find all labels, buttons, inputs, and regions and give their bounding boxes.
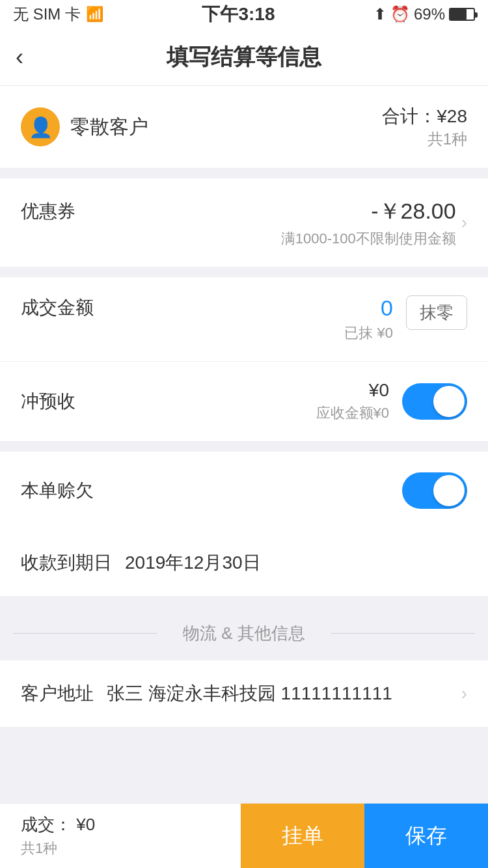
customer-row: 👤 零散客户 合计：¥28 共1种 <box>0 86 488 168</box>
bottom-deal-label: 成交： <box>21 815 72 834</box>
customer-name: 零散客户 <box>70 114 148 141</box>
nav-bar: ‹ 填写结算等信息 <box>0 29 488 86</box>
customer-left: 👤 零散客户 <box>21 107 148 146</box>
alarm-icon: ⏰ <box>390 5 410 23</box>
debt-row: 本单赊欠 <box>0 452 488 530</box>
customer-section: 👤 零散客户 合计：¥28 共1种 <box>0 86 488 168</box>
no-sim-text: 无 SIM 卡 <box>13 4 81 25</box>
deal-amount-sub: 已抹 ¥0 <box>344 323 393 343</box>
address-chevron-icon: › <box>461 683 467 704</box>
coupon-right: -￥28.00 满1000-100不限制使用金额 › <box>281 197 467 249</box>
status-bar: 无 SIM 卡 📶 下午3:18 ⬆ ⏰ 69% <box>0 0 488 29</box>
status-right: ⬆ ⏰ 69% <box>373 5 475 23</box>
debt-section: 本单赊欠 收款到期日 2019年12月30日 <box>0 452 488 596</box>
coupon-description: 满1000-100不限制使用金额 <box>281 229 456 249</box>
battery-percent: 69% <box>414 5 445 23</box>
customer-total: 合计：¥28 共1种 <box>382 104 467 150</box>
debt-label: 本单赊欠 <box>21 478 94 503</box>
logistics-title: 物流 & 其他信息 <box>170 622 318 645</box>
chevron-right-icon: › <box>461 212 467 233</box>
page-title: 填写结算等信息 <box>167 42 321 72</box>
avatar-icon: 👤 <box>29 116 53 139</box>
debt-toggle-knob <box>433 475 465 506</box>
battery-icon <box>449 8 475 21</box>
coupon-section[interactable]: 优惠券 -￥28.00 满1000-100不限制使用金额 › <box>0 178 488 267</box>
duedate-row: 收款到期日 2019年12月30日 <box>0 530 488 596</box>
total-amount: 合计：¥28 <box>382 104 467 129</box>
toggle-knob <box>433 386 465 417</box>
logistics-header: 物流 & 其他信息 <box>0 606 488 660</box>
bottom-deal-amount: ¥0 <box>76 815 95 834</box>
coupon-row[interactable]: 优惠券 -￥28.00 满1000-100不限制使用金额 › <box>0 178 488 267</box>
bottom-info: 成交： ¥0 共1种 <box>0 804 241 868</box>
deal-amount-row: 成交金额 0 已抹 ¥0 抹零 <box>0 277 488 362</box>
coupon-values: -￥28.00 满1000-100不限制使用金额 <box>281 197 456 249</box>
address-label: 客户地址 <box>21 681 94 706</box>
prereceive-amounts: ¥0 应收金额¥0 <box>316 380 389 423</box>
total-count: 共1种 <box>382 129 467 150</box>
prereceive-sub-amount: 应收金额¥0 <box>316 403 389 423</box>
logistics-divider-left <box>13 633 157 634</box>
deal-amount-value: 0 <box>381 295 393 321</box>
avatar: 👤 <box>21 107 60 146</box>
prereceive-toggle[interactable] <box>402 383 467 420</box>
deal-amount-values: 0 已抹 ¥0 <box>344 295 393 343</box>
prereceive-main-amount: ¥0 <box>316 380 389 401</box>
bottom-bar: 成交： ¥0 共1种 挂单 保存 <box>0 803 488 868</box>
bottom-deal-row: 成交： ¥0 <box>21 813 241 836</box>
address-row[interactable]: 客户地址 张三 海淀永丰科技园 11111111111 › <box>0 660 488 727</box>
round-off-button[interactable]: 抹零 <box>406 295 467 330</box>
back-button[interactable]: ‹ <box>16 44 23 71</box>
status-left: 无 SIM 卡 📶 <box>13 4 103 25</box>
duedate-value: 2019年12月30日 <box>125 550 261 575</box>
duedate-label: 收款到期日 <box>21 550 112 575</box>
debt-toggle[interactable] <box>402 472 467 509</box>
deal-section: 成交金额 0 已抹 ¥0 抹零 冲预收 ¥0 应收金额¥0 <box>0 277 488 441</box>
address-value: 张三 海淀永丰科技园 11111111111 <box>107 681 461 706</box>
prereceive-label: 冲预收 <box>21 389 75 414</box>
address-section[interactable]: 客户地址 张三 海淀永丰科技园 11111111111 › <box>0 660 488 727</box>
deal-amount-label: 成交金额 <box>21 295 94 320</box>
bottom-count: 共1种 <box>21 839 241 858</box>
hold-button[interactable]: 挂单 <box>241 804 364 868</box>
coupon-label: 优惠券 <box>21 197 86 224</box>
prereceive-row: 冲预收 ¥0 应收金额¥0 <box>0 362 488 441</box>
coupon-discount: -￥28.00 <box>371 197 455 226</box>
status-time: 下午3:18 <box>202 2 275 27</box>
save-button[interactable]: 保存 <box>364 804 488 868</box>
logistics-divider-right <box>331 633 475 634</box>
wifi-icon: 📶 <box>86 6 103 23</box>
location-icon: ⬆ <box>373 5 386 23</box>
prereceive-right: ¥0 应收金额¥0 <box>316 380 467 423</box>
deal-amount-right: 0 已抹 ¥0 抹零 <box>344 295 467 343</box>
